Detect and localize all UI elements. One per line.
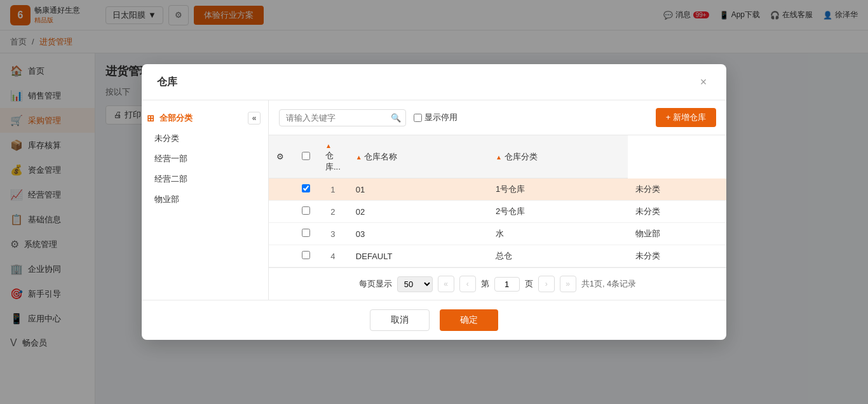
col-header-code[interactable]: ▲ 仓库... — [318, 135, 348, 178]
row-name: 1号仓库 — [488, 178, 628, 201]
row-name: 水 — [488, 223, 628, 245]
row-name: 2号仓库 — [488, 201, 628, 223]
row-gear — [269, 201, 294, 223]
table-row[interactable]: 3 03 水 物业部 — [269, 223, 726, 245]
tree-header-label: 全部分类 — [159, 112, 193, 124]
row-checkbox-cell — [294, 223, 318, 245]
row-category: 未分类 — [628, 245, 726, 267]
confirm-button[interactable]: 确定 — [440, 309, 498, 331]
row-gear — [269, 178, 294, 201]
first-page-button[interactable]: « — [438, 276, 454, 292]
page-total: 共1页, 4条记录 — [581, 278, 637, 290]
page-suffix: 页 — [525, 278, 533, 290]
row-code: 01 — [348, 178, 488, 201]
row-num: 3 — [318, 223, 348, 245]
per-page-select[interactable]: 50 10 20 100 — [397, 276, 433, 292]
dialog-title: 仓库 — [157, 76, 177, 89]
page-input[interactable] — [494, 277, 520, 292]
dialog-footer: 取消 确定 — [142, 300, 726, 340]
warehouse-dialog: 仓库 × ⊞ 全部分类 « 未分类 经营一部 经营二部 物业部 — [142, 64, 726, 340]
row-checkbox[interactable] — [302, 229, 310, 237]
dialog-body: ⊞ 全部分类 « 未分类 经营一部 经营二部 物业部 🔍 — [142, 100, 726, 300]
table-header-row: ⚙ ▲ 仓库... ▲ 仓库名称 — [269, 135, 726, 178]
prev-page-button[interactable]: ‹ — [459, 276, 476, 292]
row-checkbox[interactable] — [302, 251, 310, 259]
search-icon[interactable]: 🔍 — [391, 113, 401, 123]
sort-icon-name: ▲ — [356, 154, 362, 161]
pagination: 每页显示 50 10 20 100 « ‹ 第 页 › » 共1页, 4条记录 — [269, 267, 726, 300]
dialog-close-button[interactable]: × — [696, 74, 711, 90]
sort-icon-code: ▲ — [325, 142, 332, 149]
row-gear — [269, 245, 294, 267]
tree-panel: ⊞ 全部分类 « 未分类 经营一部 经营二部 物业部 — [142, 100, 269, 300]
row-code: DEFAULT — [348, 245, 488, 267]
tree-item-uncategorized[interactable]: 未分类 — [142, 128, 268, 149]
row-checkbox-cell — [294, 178, 318, 201]
sort-icon-category: ▲ — [496, 154, 502, 161]
row-gear — [269, 223, 294, 245]
cancel-button[interactable]: 取消 — [370, 309, 430, 331]
row-num: 2 — [318, 201, 348, 223]
table-scroll: ⚙ ▲ 仓库... ▲ 仓库名称 — [269, 135, 726, 267]
show-disabled-label: 显示停用 — [414, 112, 458, 123]
page-label: 第 — [481, 278, 489, 290]
select-all-checkbox[interactable] — [302, 152, 310, 160]
tree-item-dept2[interactable]: 经营二部 — [142, 169, 268, 189]
table-row[interactable]: 1 01 1号仓库 未分类 — [269, 178, 726, 201]
tree-item-property[interactable]: 物业部 — [142, 189, 268, 210]
row-checkbox[interactable] — [302, 206, 310, 215]
row-category: 未分类 — [628, 201, 726, 223]
grid-icon: ⊞ — [147, 113, 154, 123]
search-input[interactable] — [279, 109, 406, 126]
tree-collapse-button[interactable]: « — [248, 112, 261, 125]
row-checkbox-cell — [294, 201, 318, 223]
col-header-name[interactable]: ▲ 仓库名称 — [348, 135, 488, 178]
row-num: 1 — [318, 178, 348, 201]
next-page-button[interactable]: › — [538, 276, 555, 292]
modal-overlay[interactable]: 仓库 × ⊞ 全部分类 « 未分类 经营一部 经营二部 物业部 — [0, 0, 868, 404]
row-num: 4 — [318, 245, 348, 267]
row-code: 03 — [348, 223, 488, 245]
table-toolbar: 🔍 显示停用 + 新增仓库 — [269, 100, 726, 135]
per-page-label: 每页显示 — [359, 278, 392, 290]
table-row[interactable]: 4 DEFAULT 总仓 未分类 — [269, 245, 726, 267]
tree-header[interactable]: ⊞ 全部分类 « — [142, 108, 268, 128]
row-category: 物业部 — [628, 223, 726, 245]
row-checkbox[interactable] — [302, 184, 310, 192]
last-page-button[interactable]: » — [560, 276, 576, 292]
row-category: 未分类 — [628, 178, 726, 201]
dialog-header: 仓库 × — [142, 64, 726, 100]
row-name: 总仓 — [488, 245, 628, 267]
row-code: 02 — [348, 201, 488, 223]
warehouse-table: ⚙ ▲ 仓库... ▲ 仓库名称 — [269, 135, 726, 267]
show-disabled-checkbox[interactable] — [414, 114, 422, 122]
add-warehouse-button[interactable]: + 新增仓库 — [656, 108, 716, 127]
table-row[interactable]: 2 02 2号仓库 未分类 — [269, 201, 726, 223]
tree-item-dept1[interactable]: 经营一部 — [142, 149, 268, 169]
col-header-category[interactable]: ▲ 仓库分类 — [488, 135, 628, 178]
col-header-check — [294, 135, 318, 178]
search-wrap: 🔍 — [279, 109, 406, 126]
col-header-gear: ⚙ — [269, 135, 294, 178]
row-checkbox-cell — [294, 245, 318, 267]
table-panel: 🔍 显示停用 + 新增仓库 ⚙ — [269, 100, 726, 300]
